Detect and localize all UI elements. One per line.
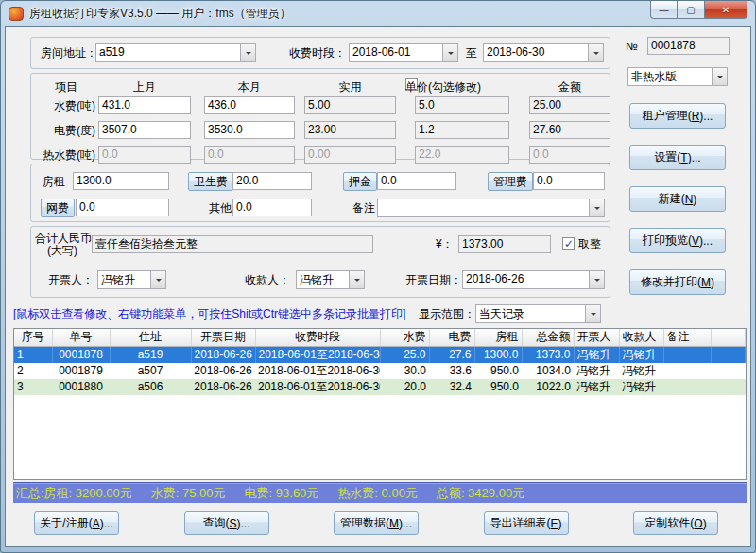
version-combo[interactable]: 非热水版 xyxy=(627,67,728,86)
col-issuer[interactable]: 开票人 xyxy=(574,329,619,346)
price-field: 22.0 xyxy=(415,146,509,164)
room-address-value: a519 xyxy=(96,44,240,61)
mgmt-fee-button[interactable]: 管理费 xyxy=(488,172,533,191)
col-rent[interactable]: 房租 xyxy=(474,329,522,346)
version-value: 非热水版 xyxy=(628,68,712,85)
col-period[interactable]: 收费时段 xyxy=(255,329,380,346)
footer-button[interactable]: 定制软件(O) xyxy=(633,511,718,535)
receipt-no-label: № xyxy=(626,38,638,55)
period-to-value: 2018-06-30 xyxy=(484,44,588,61)
last-month-field[interactable]: 0.0 xyxy=(98,146,191,164)
side-button[interactable]: 新建(N) xyxy=(629,186,726,212)
total-group: 合计人民币 (大写) 壹仟叁佰柒拾叁元整 ¥： 1373.00 取整 开票人： … xyxy=(30,226,610,298)
chevron-down-icon[interactable] xyxy=(589,271,604,288)
col-date[interactable]: 开票日期 xyxy=(191,329,255,346)
deposit-field[interactable]: 0.0 xyxy=(377,172,456,190)
col-no[interactable]: 单号 xyxy=(52,329,110,346)
total-amount-field: 1373.00 xyxy=(458,235,551,253)
col-payee[interactable]: 收款人 xyxy=(619,329,663,346)
window-controls: — ▢ ✕ xyxy=(650,1,747,19)
mgmt-fee-field[interactable]: 0.0 xyxy=(533,172,605,190)
period-from-combo[interactable]: 2018-06-01 xyxy=(349,43,458,62)
current-month-field[interactable]: 3530.0 xyxy=(204,121,295,139)
side-button[interactable]: 租户管理(R)... xyxy=(629,103,726,129)
window-title: 房租收据打印专家V3.5.0 —— 用户：fms（管理员） xyxy=(29,6,291,22)
issue-date-combo[interactable]: 2018-06-26 xyxy=(462,270,605,289)
sanitation-fee-field[interactable]: 20.0 xyxy=(232,172,312,190)
col-current-header: 本月 xyxy=(204,78,295,95)
payee-value: 冯铭升 xyxy=(297,271,349,288)
footer-button[interactable]: 关于/注册(A)... xyxy=(34,511,119,535)
last-month-field[interactable]: 3507.0 xyxy=(98,121,191,139)
other-field[interactable]: 0.0 xyxy=(232,199,312,216)
chevron-down-icon[interactable] xyxy=(349,271,364,288)
round-checkbox-row: 取整 xyxy=(562,235,601,252)
side-button[interactable]: 设置(T)... xyxy=(629,145,726,170)
maximize-button[interactable]: ▢ xyxy=(678,1,705,19)
amount-field: 25.00 xyxy=(529,96,610,114)
col-item-header: 项目 xyxy=(37,78,95,95)
capital-amount-field: 壹仟叁佰柒拾叁元整 xyxy=(92,235,373,253)
maximize-icon: ▢ xyxy=(686,5,695,15)
period-to-combo[interactable]: 2018-06-30 xyxy=(483,43,604,62)
record-row[interactable]: 1 0001878 a519 2018-06-26 2018-06-01至201… xyxy=(14,346,746,363)
current-month-field[interactable]: 0.0 xyxy=(204,146,295,164)
last-month-field[interactable]: 431.0 xyxy=(98,96,191,114)
round-label: 取整 xyxy=(578,237,601,251)
app-window: 房租收据打印专家V3.5.0 —— 用户：fms（管理员） — ▢ ✕ 房间地址… xyxy=(0,0,756,553)
record-row[interactable]: 2 0001879 a507 2018-06-26 2018-06-01至201… xyxy=(14,363,746,379)
remark-combo[interactable] xyxy=(377,199,605,217)
deposit-button[interactable]: 押金 xyxy=(343,172,377,191)
amount-field: 27.60 xyxy=(529,121,610,139)
price-field: 1.2 xyxy=(415,121,509,139)
chevron-down-icon[interactable] xyxy=(240,44,255,61)
sanitation-fee-button[interactable]: 卫生费 xyxy=(188,172,233,191)
footer-button[interactable]: 管理数据(M)... xyxy=(334,511,419,535)
rent-field[interactable]: 1300.0 xyxy=(73,172,169,190)
scope-label: 显示范围： xyxy=(419,305,475,322)
side-button[interactable]: 修改并打印(M) xyxy=(629,269,726,295)
net-fee-field[interactable]: 0.0 xyxy=(76,199,169,216)
current-month-field[interactable]: 436.0 xyxy=(204,96,295,114)
chevron-down-icon[interactable] xyxy=(442,44,457,61)
summary-bar: 汇总:房租: 3200.00元水费: 75.00元电费: 93.60元热水费: … xyxy=(13,482,747,503)
fee-row: 电费(度) 3507.0 3530.0 23.00 1.2 27.60 xyxy=(37,121,604,140)
chevron-down-icon[interactable] xyxy=(585,305,600,322)
close-button[interactable]: ✕ xyxy=(705,1,747,19)
footer-button[interactable]: 导出详细表(E) xyxy=(484,511,569,535)
scope-combo[interactable]: 当天记录 xyxy=(475,304,601,323)
side-buttons: 租户管理(R)...设置(T)...新建(N)打印预览(V)...修改并打印(M… xyxy=(629,103,726,295)
room-address-combo[interactable]: a519 xyxy=(95,43,256,62)
minimize-button[interactable]: — xyxy=(650,1,678,19)
record-row[interactable]: 3 0001880 a506 2018-06-26 2018-06-01至201… xyxy=(14,379,746,395)
col-water[interactable]: 水费 xyxy=(380,329,429,346)
fee-row-label: 水费(吨) xyxy=(37,96,95,115)
net-fee-button[interactable]: 网费 xyxy=(41,199,75,217)
summary-item: 热水费: 0.00元 xyxy=(337,485,418,502)
payee-label: 收款人： xyxy=(245,271,290,288)
issuer-combo[interactable]: 冯铭升 xyxy=(97,270,166,289)
payee-combo[interactable]: 冯铭升 xyxy=(296,270,365,289)
summary-item: 总额: 3429.00元 xyxy=(437,485,524,502)
footer-button[interactable]: 查询(S)... xyxy=(184,511,269,535)
col-note[interactable]: 备注 xyxy=(663,329,711,346)
to-label: 至 xyxy=(466,44,477,61)
chevron-down-icon[interactable] xyxy=(589,199,604,216)
chevron-down-icon[interactable] xyxy=(712,68,727,85)
client-area: 房间地址： a519 收费时段： 2018-06-01 至 2018-06-30… xyxy=(5,26,751,547)
chevron-down-icon[interactable] xyxy=(588,44,603,61)
col-total[interactable]: 总金额 xyxy=(522,329,574,346)
round-checkbox[interactable] xyxy=(562,237,575,250)
used-field: 5.00 xyxy=(304,96,396,114)
col-addr[interactable]: 住址 xyxy=(110,329,191,346)
charges-group: 房租 1300.0 卫生费 20.0 押金 0.0 管理费 0.0 网费 0.0… xyxy=(30,164,610,222)
col-elec[interactable]: 电费 xyxy=(429,329,474,346)
price-header-label: 单价(勾选修改) xyxy=(405,78,481,95)
side-button[interactable]: 打印预览(V)... xyxy=(629,228,726,253)
issuer-value: 冯铭升 xyxy=(98,271,150,288)
col-idx[interactable]: 序号 xyxy=(14,329,52,346)
chevron-down-icon[interactable] xyxy=(150,271,165,288)
fee-row-label: 热水费(吨) xyxy=(37,146,95,164)
other-label: 其他 xyxy=(209,199,232,216)
col-used-header: 实用 xyxy=(304,78,396,95)
